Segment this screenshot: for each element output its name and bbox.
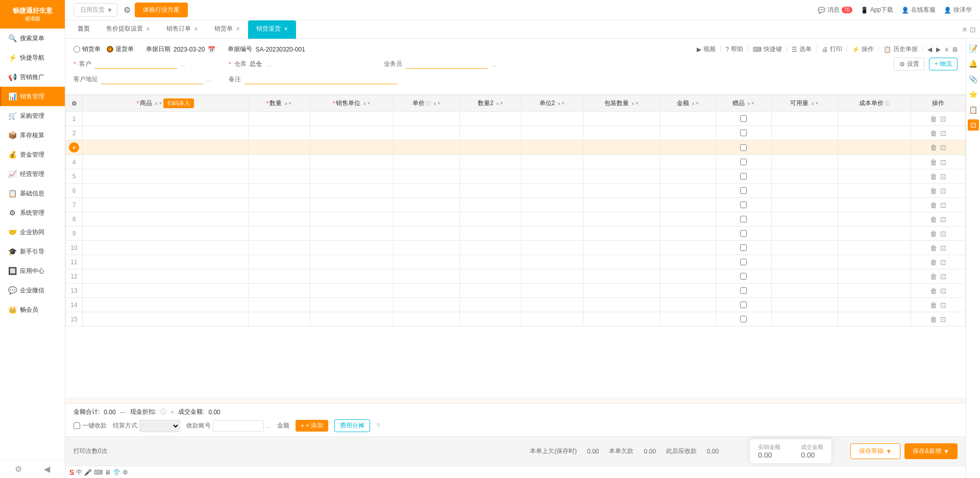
copy-row-4[interactable]: ⊡ [940,158,946,166]
cell-available-14[interactable] [771,298,838,312]
cell-qty-1[interactable] [249,112,310,126]
cell-amount-11[interactable] [660,255,716,269]
copy-row-7[interactable]: ⊡ [940,201,946,209]
qty-sort[interactable]: ▲▼ [284,101,292,106]
cell-gift-4[interactable] [716,155,771,169]
cell-price-14[interactable] [394,298,460,312]
cell-gift-13[interactable] [716,284,771,298]
right-panel-list[interactable]: 📋 [968,104,979,115]
delete-row-1[interactable]: 🗑 [930,115,937,123]
cell-pack-3[interactable] [583,140,660,155]
cell-price-15[interactable] [394,312,460,326]
cell-available-5[interactable] [771,169,838,184]
gift-checkbox-4[interactable] [740,159,747,165]
cell-unit2-5[interactable] [522,169,583,184]
cell-pack-5[interactable] [583,169,660,184]
cell-gift-1[interactable] [716,112,771,126]
customer-select-btn[interactable]: ... [180,61,185,68]
tab-close-price[interactable]: ✕ [146,26,150,32]
cell-qty2-14[interactable] [460,298,522,312]
cell-cost-9[interactable] [838,227,911,241]
cell-gift-2[interactable] [716,126,771,140]
cell-amount-2[interactable] [660,126,716,140]
cell-gift-6[interactable] [716,184,771,198]
amount-sort[interactable]: ▲▼ [691,101,699,106]
unit-price-info[interactable]: ⓘ [426,100,431,107]
cell-product-6[interactable] [83,184,249,198]
copy-row-3[interactable]: ⊡ [940,143,946,152]
copy-row-10[interactable]: ⊡ [940,244,946,252]
right-panel-attach[interactable]: 📎 [968,73,979,85]
cell-unit-14[interactable] [310,298,394,312]
cell-qty-9[interactable] [249,227,310,241]
cell-product-11[interactable] [83,255,249,269]
ime-icon-other[interactable]: ⚙ [122,469,128,476]
cell-gift-7[interactable] [716,198,771,212]
add-row-btn[interactable]: + [69,142,79,153]
ime-icon-zhong[interactable]: 中 [76,468,82,476]
gift-checkbox-8[interactable] [740,216,747,222]
tab-sales-bill[interactable]: 销货单 ✕ [206,20,248,39]
cell-price-12[interactable] [394,269,460,284]
save-draft-btn[interactable]: 保存草稿 ▼ [850,443,900,459]
copy-row-15[interactable]: ⊡ [940,315,946,323]
cell-price-2[interactable] [394,126,460,140]
cell-amount-10[interactable] [660,241,716,255]
tab-price-settings[interactable]: 售价提取设置 ✕ [98,20,158,39]
gift-checkbox-9[interactable] [740,230,747,237]
account-input[interactable] [213,420,264,432]
cell-product-3[interactable] [83,140,249,155]
cell-unit2-2[interactable] [522,126,583,140]
cell-product-12[interactable] [83,269,249,284]
tab-sales-return[interactable]: 销货退货 ✕ [248,20,296,39]
cell-gift-9[interactable] [716,227,771,241]
available-sort[interactable]: ▲▼ [811,101,819,106]
cell-cost-8[interactable] [838,212,911,227]
cell-cost-1[interactable] [838,112,911,126]
cell-amount-14[interactable] [660,298,716,312]
gift-checkbox-7[interactable] [740,202,747,208]
pack-sort[interactable]: ▲▼ [631,101,639,106]
gift-checkbox-1[interactable] [740,115,747,122]
cell-unit-4[interactable] [310,155,394,169]
cell-unit-8[interactable] [310,212,394,227]
cell-amount-6[interactable] [660,184,716,198]
cell-pack-6[interactable] [583,184,660,198]
cell-unit2-3[interactable] [522,140,583,155]
cell-unit2-14[interactable] [522,298,583,312]
cell-qty2-13[interactable] [460,284,522,298]
delete-row-4[interactable]: 🗑 [930,158,937,166]
unit-sort[interactable]: ▲▼ [362,101,371,106]
cell-price-11[interactable] [394,255,460,269]
cell-pack-11[interactable] [583,255,660,269]
cell-price-9[interactable] [394,227,460,241]
sidebar-item-3[interactable]: 📊销售管理 [0,87,65,106]
cell-qty2-6[interactable] [460,184,522,198]
cell-unit2-9[interactable] [522,227,583,241]
cell-available-3[interactable] [771,140,838,155]
cell-gift-15[interactable] [716,312,771,326]
copy-row-1[interactable]: ⊡ [940,115,946,123]
gift-checkbox-13[interactable] [740,287,747,294]
cell-unit2-11[interactable] [522,255,583,269]
cell-cost-2[interactable] [838,126,911,140]
salesperson-select-btn[interactable]: ... [491,61,496,68]
cell-pack-15[interactable] [583,312,660,326]
cell-unit-7[interactable] [310,198,394,212]
cell-gift-5[interactable] [716,169,771,184]
user-profile-btn[interactable]: 👤 徐泽华 [944,6,972,14]
cell-cost-7[interactable] [838,198,911,212]
cell-amount-3[interactable] [660,140,716,155]
cell-cost-12[interactable] [838,269,911,284]
cell-price-5[interactable] [394,169,460,184]
history-btn[interactable]: 📋 历史单据 [884,45,918,54]
cell-qty-7[interactable] [249,198,310,212]
cell-cost-13[interactable] [838,284,911,298]
gift-checkbox-10[interactable] [740,244,747,251]
cell-product-15[interactable] [83,312,249,326]
ime-icon-mic[interactable]: 🎤 [84,469,92,476]
cell-unit-6[interactable] [310,184,394,198]
gift-checkbox-6[interactable] [740,187,747,194]
cell-gift-14[interactable] [716,298,771,312]
cell-cost-6[interactable] [838,184,911,198]
